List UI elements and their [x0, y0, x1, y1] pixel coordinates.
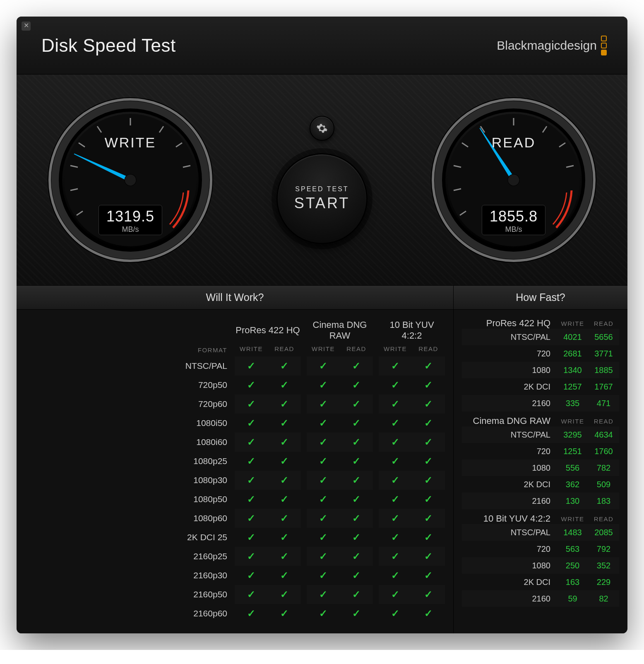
wiw-result-cell: ✓	[412, 375, 445, 395]
wiw-result-cell: ✓	[235, 509, 268, 528]
check-icon: ✓	[247, 379, 255, 390]
hf-resolution: 2160	[462, 399, 557, 408]
wiw-result-cell: ✓	[412, 356, 445, 375]
hf-read-value: 1767	[588, 382, 619, 392]
check-icon: ✓	[424, 570, 433, 581]
hf-read-value: 792	[588, 544, 619, 554]
check-icon: ✓	[424, 493, 433, 505]
wiw-result-cell: ✓	[307, 490, 340, 509]
wiw-result-cell: ✓	[412, 566, 445, 585]
wiw-result-cell: ✓	[412, 490, 445, 509]
read-gauge: READ 1855.8 MB/s	[429, 95, 598, 265]
wiw-result-cell: ✓	[379, 509, 412, 528]
wiw-result-cell: ✓	[307, 509, 340, 528]
hf-resolution: NTSC/PAL	[462, 332, 557, 342]
wiw-format-label: NTSC/PAL	[25, 356, 235, 375]
wiw-result-cell: ✓	[412, 452, 445, 471]
wiw-result-cell: ✓	[307, 585, 340, 604]
wiw-result-cell: ✓	[235, 452, 268, 471]
wiw-result-cell: ✓	[307, 566, 340, 585]
read-value: 1855.8	[490, 208, 538, 225]
wiw-result-cell: ✓	[379, 471, 412, 490]
wiw-codec-header: Cinema DNG RAW	[307, 314, 373, 344]
wiw-col-write: WRITE	[307, 344, 340, 356]
hf-row: NTSC/PAL 4021 5656	[462, 329, 619, 345]
wiw-format-label: 2160p60	[25, 604, 235, 623]
hf-col-write: WRITE	[557, 320, 588, 327]
hf-row: 720 563 792	[462, 541, 619, 557]
check-icon: ✓	[319, 398, 327, 409]
check-icon: ✓	[391, 608, 399, 619]
check-icon: ✓	[280, 436, 288, 447]
wiw-result-cell: ✓	[268, 375, 301, 395]
check-icon: ✓	[247, 512, 255, 524]
hf-col-write: WRITE	[557, 418, 588, 425]
hf-write-value: 59	[557, 594, 588, 604]
check-icon: ✓	[391, 589, 399, 600]
wiw-result-cell: ✓	[379, 433, 412, 452]
hf-write-value: 2681	[557, 349, 588, 358]
check-icon: ✓	[319, 360, 327, 371]
wiw-result-cell: ✓	[307, 395, 340, 414]
hf-read-value: 509	[588, 480, 619, 489]
wiw-result-cell: ✓	[412, 528, 445, 547]
brand: Blackmagicdesign	[497, 36, 607, 55]
hf-write-value: 556	[557, 463, 588, 473]
check-icon: ✓	[319, 589, 327, 600]
hf-col-read: READ	[588, 515, 619, 522]
wiw-result-cell: ✓	[268, 433, 301, 452]
wiw-result-cell: ✓	[412, 585, 445, 604]
check-icon: ✓	[391, 436, 399, 447]
check-icon: ✓	[424, 398, 433, 409]
wiw-result-cell: ✓	[268, 490, 301, 509]
check-icon: ✓	[352, 589, 360, 600]
hf-col-read: READ	[588, 418, 619, 425]
gauge-dial-icon	[46, 95, 215, 265]
wiw-result-cell: ✓	[268, 604, 301, 623]
close-button[interactable]: ✕	[22, 22, 31, 31]
hf-row: 2160 59 82	[462, 590, 619, 607]
hf-read-value: 183	[588, 496, 619, 506]
wiw-format-label: 1080p50	[25, 490, 235, 509]
wiw-result-cell: ✓	[235, 547, 268, 566]
settings-button[interactable]	[310, 116, 334, 141]
hf-resolution: 1080	[462, 463, 557, 473]
hf-read-value: 5656	[588, 332, 619, 342]
check-icon: ✓	[352, 608, 360, 619]
hf-read-value: 229	[588, 577, 619, 587]
check-icon: ✓	[280, 417, 288, 428]
check-icon: ✓	[247, 474, 255, 486]
gear-icon	[316, 123, 328, 134]
wiw-result-cell: ✓	[307, 356, 340, 375]
hf-codec-name: 10 Bit YUV 4:2:2	[462, 513, 557, 524]
wiw-result-cell: ✓	[412, 414, 445, 433]
check-icon: ✓	[319, 532, 327, 543]
check-icon: ✓	[391, 493, 399, 505]
check-icon: ✓	[280, 589, 288, 600]
wiw-result-cell: ✓	[379, 452, 412, 471]
check-icon: ✓	[352, 532, 360, 543]
start-button[interactable]: SPEED TEST START	[276, 153, 368, 244]
check-icon: ✓	[424, 551, 433, 562]
check-icon: ✓	[352, 360, 360, 371]
check-icon: ✓	[424, 474, 433, 486]
wiw-result-cell: ✓	[340, 414, 373, 433]
check-icon: ✓	[319, 608, 327, 619]
hf-write-value: 1340	[557, 366, 588, 375]
hf-resolution: 720	[462, 447, 557, 456]
hf-col-read: READ	[588, 320, 619, 327]
hf-write-value: 1257	[557, 382, 588, 392]
wiw-result-cell: ✓	[340, 433, 373, 452]
wiw-result-cell: ✓	[340, 566, 373, 585]
wiw-result-cell: ✓	[340, 585, 373, 604]
hf-resolution: NTSC/PAL	[462, 528, 557, 537]
check-icon: ✓	[352, 436, 360, 447]
write-readout: 1319.5 MB/s	[99, 205, 162, 235]
hf-read-value: 471	[588, 399, 619, 408]
hf-write-value: 335	[557, 399, 588, 408]
check-icon: ✓	[280, 474, 288, 486]
check-icon: ✓	[247, 532, 255, 543]
check-icon: ✓	[247, 436, 255, 447]
wiw-result-cell: ✓	[235, 433, 268, 452]
hf-read-value: 1760	[588, 447, 619, 456]
